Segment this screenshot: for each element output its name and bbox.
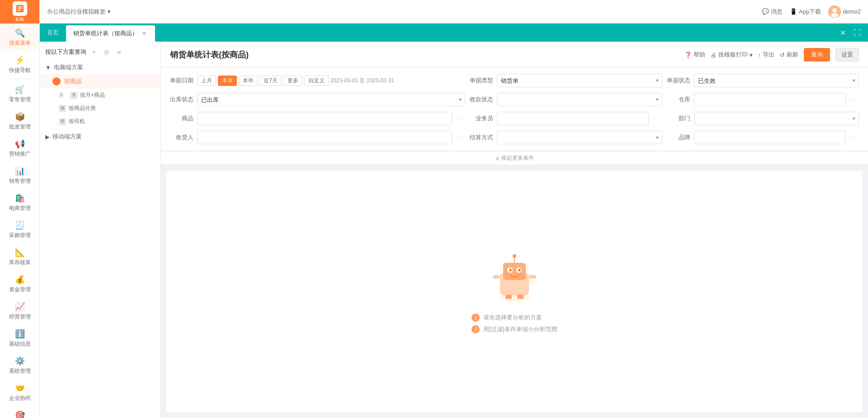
scheme-settings-btn[interactable]: ⊙: [102, 47, 112, 57]
export-btn[interactable]: ↑ 导出: [758, 51, 775, 59]
doc-type-select-wrap: 销货单 ▾: [497, 74, 662, 87]
template-print-label: 按模板打印: [718, 51, 748, 59]
tab-sales-stats[interactable]: 销货单统计表（按商品） ✕: [66, 25, 155, 42]
date-label: 单据日期: [170, 76, 197, 85]
sub-scheme-label: 按月+商品: [80, 91, 105, 99]
industry-selector[interactable]: 办公用品行业模拟账套 ▾: [47, 8, 111, 16]
page-title-row: 销货单统计表(按商品) ❓ 帮助 🖨 按模板打印 ▾ ↑: [170, 48, 859, 62]
date-btn-custom[interactable]: 自定义: [304, 76, 329, 86]
warehouse-input[interactable]: [694, 93, 846, 106]
brand-dots[interactable]: ···: [846, 133, 859, 142]
help-btn[interactable]: ❓ 帮助: [684, 51, 705, 59]
sidebar-item-ecommerce[interactable]: 🛍️ 电商管理: [0, 189, 39, 216]
filter-item-payment-status: 收款状态 ▾: [465, 93, 662, 106]
top-header: 办公用品行业模拟账套 ▾ 💬 消息 📱 App下载: [40, 0, 868, 24]
quick-nav-icon: ⚡: [15, 55, 25, 65]
sidebar-item-search[interactable]: 🔍 搜索菜单: [0, 24, 39, 51]
filter-panel-icons: ＋ ⊙ «: [89, 47, 124, 57]
sidebar-item-basic-info[interactable]: ℹ️ 基础信息: [0, 324, 39, 352]
payment-method-wrap: ▾: [497, 131, 662, 144]
collapse-panel-btn[interactable]: «: [114, 47, 124, 57]
sidebar-item-operations[interactable]: 📈 经营管理: [0, 297, 39, 324]
scheme-by-product[interactable]: 按商品: [40, 74, 160, 89]
brand-label: 品牌: [662, 133, 694, 142]
logo[interactable]: 标账: [0, 0, 39, 24]
sidebar-item-finance[interactable]: 💰 资金管理: [0, 270, 39, 297]
filter-item-department: 部门 ▾: [662, 112, 859, 125]
tab-close-all-btn[interactable]: ✕: [837, 27, 848, 38]
sidebar-item-quick-nav[interactable]: ⚡ 快捷导航: [0, 51, 39, 78]
sub-scheme-by-category[interactable]: 回 按商品分类: [40, 102, 160, 115]
app-download-btn[interactable]: 📱 App下载: [790, 8, 821, 16]
collapse-bar[interactable]: ∧ 收起更多条件: [161, 151, 868, 165]
salesman-dots[interactable]: ···: [649, 114, 662, 123]
warehouse-status-select[interactable]: 已出库: [197, 93, 465, 106]
tab-fullscreen-btn[interactable]: ⛶: [852, 27, 863, 38]
sidebar-divider: [8, 79, 31, 79]
sidebar-item-purchase[interactable]: 🧾 采购管理: [0, 216, 39, 243]
tab-close-icon[interactable]: ✕: [141, 30, 148, 37]
brand-input[interactable]: [694, 131, 846, 144]
sub-scheme-by-cashier[interactable]: 司 按司机: [40, 115, 160, 128]
recipient-dots[interactable]: ···: [452, 133, 465, 142]
mobile-scheme-group-header[interactable]: ▶ 移动端方案: [40, 130, 160, 143]
tab-home[interactable]: 首页: [40, 24, 66, 42]
product-dots[interactable]: ···: [452, 114, 465, 123]
svg-rect-6: [503, 263, 526, 280]
sidebar-item-label: 基础信息: [9, 340, 31, 348]
sidebar-item-marketing[interactable]: 📢 营销推广: [0, 134, 39, 162]
payment-status-label: 收款状态: [465, 95, 497, 104]
empty-tip-2: 2 用[过滤]条件来缩小分析范围: [472, 325, 557, 333]
sidebar-item-newbie[interactable]: 🎯 新手引导: [0, 406, 39, 418]
user-name: demo2: [843, 8, 861, 15]
sidebar-item-sales[interactable]: 📊 销售管理: [0, 162, 39, 189]
sidebar-item-inventory[interactable]: 📐 库存核算: [0, 243, 39, 270]
message-btn[interactable]: 💬 消息: [762, 8, 783, 16]
recipient-input[interactable]: [197, 131, 452, 144]
desktop-scheme-group-header[interactable]: ▼ 电脑端方案: [40, 61, 160, 74]
date-btn-more[interactable]: 更多: [283, 76, 302, 86]
sidebar-item-label: 快捷导航: [9, 66, 31, 74]
settings-btn[interactable]: 设置: [835, 48, 859, 62]
filter-item-brand: 品牌 ···: [662, 131, 859, 144]
salesman-input[interactable]: [497, 112, 649, 125]
payment-status-select[interactable]: [497, 93, 662, 106]
doc-type-select[interactable]: 销货单: [497, 74, 662, 87]
filter-row-2: 出库状态 已出库 ▾ 收款状态: [170, 93, 859, 106]
refresh-btn[interactable]: ↺ 刷新: [780, 51, 798, 59]
sidebar-item-enterprise[interactable]: 🤝 企业协同: [0, 379, 39, 406]
settings-icon: ⊙: [104, 48, 109, 56]
add-scheme-btn[interactable]: ＋: [89, 47, 99, 57]
sidebar-item-wholesale[interactable]: 📦 批发管理: [0, 107, 39, 134]
scheme-icon-circle: [52, 77, 61, 86]
filter-item-recipient: 收货人 ···: [170, 131, 465, 144]
user-profile[interactable]: demo2: [828, 5, 861, 18]
date-btn-7days[interactable]: 近7天: [259, 76, 282, 86]
sales-stats-tab-label: 销货单统计表（按商品）: [73, 29, 138, 38]
sidebar: 标账 🔍 搜索菜单 ⚡ 快捷导航 🛒 零售管理 📦 批发管理 📢 营销推广 📊 …: [0, 0, 40, 418]
filter-item-payment-method: 结算方式 ▾: [465, 131, 662, 144]
warehouse-dots[interactable]: ···: [846, 95, 859, 104]
sidebar-item-system[interactable]: ⚙️ 系统管理: [0, 352, 39, 379]
tab-bar-actions: ✕ ⛶: [837, 27, 868, 38]
svg-rect-16: [517, 294, 524, 299]
department-label: 部门: [662, 114, 694, 123]
date-btn-this-month[interactable]: 本月: [218, 76, 237, 86]
department-select[interactable]: [694, 112, 859, 125]
product-input[interactable]: [197, 112, 452, 125]
date-btn-this-year[interactable]: 本年: [239, 76, 258, 86]
operations-icon: 📈: [15, 302, 25, 312]
doc-status-select[interactable]: 已生效: [694, 74, 859, 87]
payment-method-select[interactable]: [497, 131, 662, 144]
desktop-scheme-label: 电脑端方案: [54, 63, 83, 71]
sidebar-item-label: 销售管理: [9, 177, 31, 185]
template-print-btn[interactable]: 🖨 按模板打印 ▾: [711, 51, 753, 59]
sub-scheme-by-month-product[interactable]: 月 月 按月+商品: [40, 89, 160, 102]
app-download-label: App下载: [799, 8, 821, 16]
query-btn[interactable]: 查询: [804, 48, 830, 62]
sidebar-item-retail[interactable]: 🛒 零售管理: [0, 80, 39, 107]
purchase-icon: 🧾: [15, 220, 25, 230]
date-btn-last-month[interactable]: 上月: [197, 76, 216, 86]
filter-row-4: 收货人 ··· 结算方式 ▾ 品牌: [170, 131, 859, 144]
add-icon: ＋: [91, 48, 97, 56]
